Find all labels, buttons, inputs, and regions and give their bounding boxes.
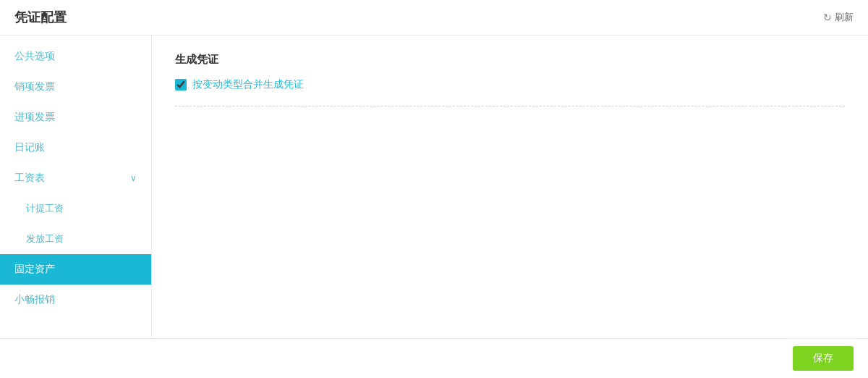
refresh-icon: ↻ [823,12,832,23]
section-title: 生成凭证 [175,53,845,67]
merge-by-type-label[interactable]: 按变动类型合并生成凭证 [192,78,304,91]
refresh-button[interactable]: ↻ 刷新 [823,11,854,24]
sidebar-item-label: 小畅报销 [14,293,55,306]
page-title: 凭证配置 [14,9,67,26]
sidebar-item-purchase-invoice[interactable]: 进项发票 [0,102,151,133]
sidebar-item-label: 计提工资 [26,202,64,215]
sidebar-item-label: 进项发票 [14,111,55,124]
chevron-down-icon: ∨ [130,173,137,183]
sidebar: 公共选项 销项发票 进项发票 日记账 工资表 ∨ 计提工资 发放工资 固定资 [0,35,152,338]
merge-by-type-checkbox[interactable] [175,79,187,91]
sidebar-item-payroll-issue[interactable]: 发放工资 [0,224,151,254]
sidebar-item-label: 公共选项 [14,50,55,63]
sidebar-item-label: 日记账 [14,141,45,154]
page-wrapper: 凭证配置 ↻ 刷新 公共选项 销项发票 进项发票 日记账 工资表 ∨ [0,0,868,378]
sidebar-item-payroll[interactable]: 工资表 ∨ [0,163,151,193]
save-button[interactable]: 保存 [793,346,854,371]
sidebar-item-journal[interactable]: 日记账 [0,133,151,163]
sidebar-item-label: 销项发票 [14,80,55,93]
sidebar-item-fixed-assets[interactable]: 固定资产 [0,254,151,285]
sidebar-item-label: 发放工资 [26,232,64,245]
sidebar-item-public[interactable]: 公共选项 [0,41,151,72]
sidebar-item-payroll-accrue[interactable]: 计提工资 [0,193,151,224]
content-wrapper: 公共选项 销项发票 进项发票 日记账 工资表 ∨ 计提工资 发放工资 固定资 [0,35,868,338]
page-header: 凭证配置 ↻ 刷新 [0,0,868,35]
checkbox-row: 按变动类型合并生成凭证 [175,78,845,91]
sidebar-item-sales-invoice[interactable]: 销项发票 [0,72,151,102]
page-footer: 保存 [0,338,868,378]
refresh-label: 刷新 [835,11,854,24]
sidebar-item-label: 工资表 [14,172,45,185]
main-content: 生成凭证 按变动类型合并生成凭证 [152,35,868,338]
section-divider [175,106,845,106]
sidebar-item-expense[interactable]: 小畅报销 [0,285,151,315]
sidebar-item-label: 固定资产 [14,263,55,276]
